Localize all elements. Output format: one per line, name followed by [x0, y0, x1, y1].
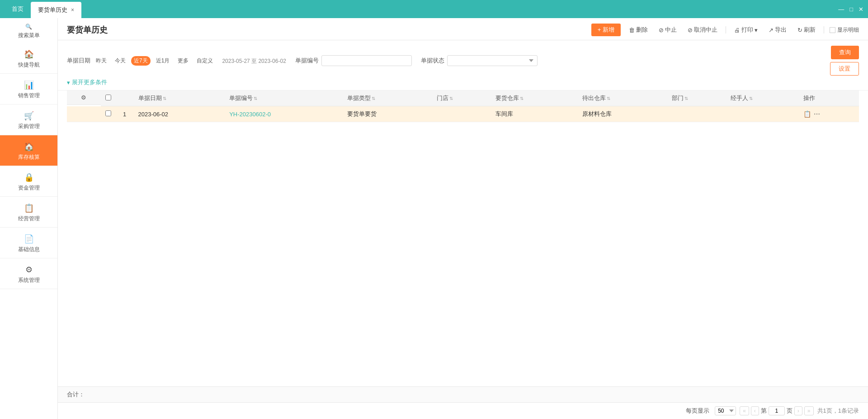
display-detail-checkbox[interactable]	[830, 27, 835, 33]
new-button[interactable]: + 新增	[591, 24, 621, 36]
sort-order-type[interactable]: 单据类型 ⇅	[347, 94, 375, 102]
first-page-btn[interactable]: «	[740, 406, 749, 415]
delete-button[interactable]: 🗑 删除	[626, 24, 651, 36]
order-no-link[interactable]: YH-20230602-0	[229, 111, 271, 118]
col-order-no[interactable]: 单据编号 ⇅	[225, 90, 343, 106]
suspend-icon: ⊘	[659, 27, 664, 33]
summary-text: 合计：	[67, 390, 859, 399]
sort-order-no[interactable]: 单据编号 ⇅	[229, 94, 257, 102]
chart-icon: 📊	[24, 80, 34, 90]
select-all-checkbox[interactable]	[105, 95, 111, 100]
filter-row: 单据日期 昨天 今天 近7天 近1月 更多 自定义 2023-05-27 至 2…	[67, 46, 859, 76]
last-page-btn[interactable]: »	[804, 406, 814, 415]
sort-order-no-icon: ⇅	[254, 96, 257, 101]
sort-dept-icon: ⇅	[684, 96, 688, 101]
col-dept[interactable]: 部门 ⇅	[667, 90, 726, 106]
cell-req-warehouse: 车间库	[491, 106, 577, 122]
page-label: 第	[761, 407, 767, 415]
tab-home[interactable]: 首页	[5, 0, 31, 18]
sidebar-item-inventory[interactable]: 🏠 库存核算	[0, 135, 57, 166]
page-size-select[interactable]: 50 20 100	[715, 406, 736, 415]
col-req-warehouse[interactable]: 要货仓库 ⇅	[491, 90, 577, 106]
lock-icon: 🔒	[24, 172, 34, 182]
date-yesterday[interactable]: 昨天	[93, 56, 109, 66]
sidebar-item-label: 资金管理	[18, 184, 40, 192]
sidebar-item-label: 库存核算	[18, 153, 40, 161]
tab-home-label: 首页	[12, 5, 24, 13]
sidebar-search[interactable]: 🔍 搜索菜单	[0, 18, 57, 43]
edit-action-btn[interactable]: 📋	[803, 110, 811, 118]
table-body: 1 2023-06-02 YH-20230602-0 要货单要货 车间库 原材料…	[67, 106, 859, 122]
page-title: 要货单历史	[67, 24, 108, 35]
row-checkbox[interactable]	[105, 110, 111, 116]
col-date-label: 单据日期	[138, 94, 162, 102]
more-action-btn[interactable]: ⋯	[814, 110, 820, 118]
export-button[interactable]: ↗ 导出	[766, 24, 789, 36]
content-area: 要货单历史 + 新增 🗑 删除 ⊘ 中止 ⊘ 取消中止 🖨 打	[58, 18, 868, 419]
status-select[interactable]	[447, 55, 538, 66]
order-no-input[interactable]	[321, 55, 412, 66]
sort-store[interactable]: 门店 ⇅	[437, 94, 453, 102]
col-store[interactable]: 门店 ⇅	[432, 90, 491, 106]
export-icon: ↗	[769, 27, 774, 33]
display-detail-toggle[interactable]: 显示明细	[830, 26, 859, 34]
sidebar-item-basic-info[interactable]: 📄 基础信息	[0, 228, 57, 258]
sidebar-item-operation[interactable]: 📋 经营管理	[0, 197, 57, 228]
query-button[interactable]: 查询	[831, 46, 859, 59]
col-handler[interactable]: 经手人 ⇅	[726, 90, 799, 106]
table-row: 1 2023-06-02 YH-20230602-0 要货单要货 车间库 原材料…	[67, 106, 859, 122]
date-today[interactable]: 今天	[112, 56, 128, 66]
col-order-type[interactable]: 单据类型 ⇅	[343, 90, 432, 106]
sidebar-item-finance[interactable]: 🔒 资金管理	[0, 166, 57, 197]
sort-handler-icon: ⇅	[749, 96, 753, 101]
date-1month[interactable]: 近1月	[153, 56, 173, 66]
refresh-icon: ↻	[797, 27, 802, 33]
date-filter-label: 单据日期	[67, 57, 90, 65]
table-area: ⚙ 单据日期 ⇅	[58, 90, 868, 386]
sort-date[interactable]: 单据日期 ⇅	[138, 94, 166, 102]
top-bar: 首页 要货单历史 × — □ ✕	[0, 0, 868, 18]
close-icon[interactable]: ✕	[859, 6, 863, 13]
sort-store-icon: ⇅	[449, 96, 453, 101]
print-button[interactable]: 🖨 打印 ▾	[731, 24, 760, 36]
pagination-bar: 每页显示 50 20 100 « ‹ 第 页 › » 共1页，1条记录	[58, 402, 868, 419]
col-date[interactable]: 单据日期 ⇅	[134, 90, 225, 106]
status-filter: 单据状态	[421, 55, 538, 66]
set-button[interactable]: 设置	[830, 62, 859, 76]
sidebar-item-quick-nav[interactable]: 🏠 快捷导航	[0, 43, 57, 74]
page-number-input[interactable]	[769, 406, 785, 415]
next-page-btn[interactable]: ›	[794, 406, 802, 415]
sort-req-warehouse[interactable]: 要货仓库 ⇅	[495, 94, 524, 102]
gear-icon: ⚙	[25, 265, 33, 275]
sidebar-item-purchase[interactable]: 🛒 采购管理	[0, 105, 57, 135]
sort-dept[interactable]: 部门 ⇅	[672, 94, 688, 102]
date-filter: 单据日期 昨天 今天 近7天 近1月 更多 自定义 2023-05-27 至 2…	[67, 56, 286, 66]
sort-pending-warehouse[interactable]: 待出仓库 ⇅	[582, 94, 610, 102]
minimize-icon[interactable]: —	[838, 6, 844, 13]
suspend-button[interactable]: ⊘ 中止	[656, 24, 679, 36]
sort-handler[interactable]: 经手人 ⇅	[731, 94, 753, 102]
divider-1	[726, 26, 726, 33]
summary-label: 合计：	[67, 390, 85, 399]
cart-icon: 🛒	[24, 111, 34, 121]
table-footer: 合计：	[58, 386, 868, 402]
col-pending-warehouse[interactable]: 待出仓库 ⇅	[578, 90, 667, 106]
sidebar-item-label: 快捷导航	[18, 61, 40, 69]
col-settings[interactable]: ⚙	[67, 90, 101, 105]
sidebar-item-system[interactable]: ⚙ 系统管理	[0, 258, 57, 289]
sidebar-search-label: 搜索菜单	[18, 32, 40, 39]
expand-more-btn[interactable]: ▾ 展开更多条件	[67, 78, 859, 86]
tab-close-icon[interactable]: ×	[71, 7, 74, 13]
maximize-icon[interactable]: □	[849, 6, 853, 13]
table-settings-icon[interactable]: ⚙	[81, 94, 86, 101]
inventory-icon: 🏠	[24, 142, 34, 152]
prev-page-btn[interactable]: ‹	[751, 406, 759, 415]
refresh-button[interactable]: ↻ 刷新	[795, 24, 818, 36]
delete-label: 删除	[636, 26, 648, 34]
date-7days[interactable]: 近7天	[131, 56, 151, 66]
date-more[interactable]: 更多	[175, 56, 191, 66]
sidebar-item-sales[interactable]: 📊 销售管理	[0, 74, 57, 105]
tab-requisition-history[interactable]: 要货单历史 ×	[31, 2, 81, 18]
date-custom[interactable]: 自定义	[194, 56, 216, 66]
cancel-suspend-button[interactable]: ⊘ 取消中止	[685, 24, 720, 36]
